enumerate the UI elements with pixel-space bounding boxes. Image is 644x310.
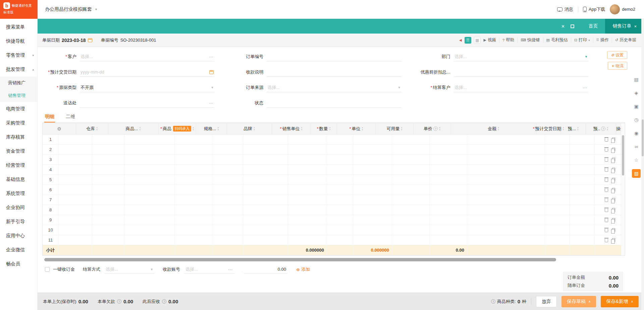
delivery-date-cell[interactable] <box>467 195 545 205</box>
close-tab-icon[interactable]: × <box>634 24 637 29</box>
sales-unit-cell[interactable] <box>243 215 288 225</box>
add-payment-button[interactable]: 添加 <box>296 266 310 272</box>
amount-cell[interactable] <box>430 155 467 164</box>
sidebar-item-purchase[interactable]: 采购管理 <box>0 116 37 130</box>
sort-icon[interactable] <box>192 126 194 131</box>
sales-unit-cell[interactable] <box>243 205 288 215</box>
grid-column-header[interactable]: ⚙ * 品牌 ? <box>227 123 272 134</box>
product-cell[interactable] <box>124 175 175 185</box>
extra-cell[interactable] <box>570 145 595 154</box>
scrollbar-thumb[interactable] <box>622 135 624 175</box>
sidebar-item-sales[interactable]: 销售管理 <box>0 89 37 102</box>
extra-cell[interactable] <box>570 165 595 174</box>
delivery-date-cell[interactable] <box>467 225 545 235</box>
extra-cell[interactable] <box>545 135 570 144</box>
sort-icon[interactable] <box>96 126 98 131</box>
extra-cell[interactable] <box>545 185 570 195</box>
sidebar-item-wholesale[interactable]: 批发管理 ▴ <box>0 62 37 76</box>
copy-row-icon[interactable] <box>612 238 615 242</box>
quantity-cell[interactable] <box>288 185 327 195</box>
delete-row-icon[interactable] <box>605 178 608 182</box>
doc-date-value[interactable]: 2023-03-18 <box>62 38 86 43</box>
payment-note-input[interactable] <box>267 67 401 77</box>
save-draft-button[interactable]: 保存草稿∧ <box>561 296 596 307</box>
extra-cell[interactable] <box>570 215 595 225</box>
receipt-account-select[interactable]: 选择... ⋯ <box>184 265 234 274</box>
delete-row-icon[interactable] <box>605 168 608 172</box>
delete-row-icon[interactable] <box>605 148 608 152</box>
unit-cell[interactable] <box>327 205 353 215</box>
amount-cell[interactable] <box>430 145 467 154</box>
quantity-cell[interactable] <box>288 175 327 185</box>
delete-row-icon[interactable] <box>605 229 608 232</box>
brand-cell[interactable] <box>212 165 243 174</box>
status-input[interactable] <box>267 98 401 108</box>
unit-cell[interactable] <box>327 225 353 235</box>
user-tool-icon[interactable]: ◉ <box>632 129 641 138</box>
calendar-icon[interactable] <box>209 70 214 74</box>
available-cell[interactable] <box>353 185 392 195</box>
warehouse-cell[interactable] <box>59 145 92 154</box>
warehouse-cell[interactable] <box>59 175 92 185</box>
grid-column-header[interactable]: ⚙ * 数量 ? <box>311 123 337 134</box>
warehouse-cell[interactable] <box>59 215 92 225</box>
sidebar-item-retail[interactable]: 零售管理 ▾ <box>0 48 37 62</box>
delivery-date-cell[interactable] <box>467 145 545 154</box>
collapse-arrow-icon[interactable]: ◀ <box>459 38 462 42</box>
close-all-tabs-icon[interactable]: × <box>561 23 565 29</box>
product-cell[interactable] <box>124 135 175 144</box>
unit-cell[interactable] <box>327 165 353 174</box>
account-book-select[interactable]: 办公用品行业模拟账套 ▾ <box>45 6 97 12</box>
product-cell[interactable] <box>124 195 175 205</box>
sales-unit-cell[interactable] <box>243 225 288 235</box>
quantity-cell[interactable] <box>288 215 327 225</box>
save-and-new-button[interactable]: 保存&新增∧ <box>601 296 639 307</box>
copy-row-icon[interactable] <box>612 228 615 232</box>
print-button[interactable]: ⊡ 打印 ▾ <box>571 37 593 43</box>
product-code-cell[interactable] <box>92 175 124 185</box>
sales-unit-cell[interactable] <box>243 155 288 164</box>
grid-horizontal-scrollbar[interactable] <box>43 258 625 262</box>
product-cell[interactable] <box>124 225 175 235</box>
delete-row-icon[interactable] <box>605 189 608 192</box>
profit-estimate-button[interactable]: ▤ 毛利预估 <box>543 37 571 43</box>
order-source-select[interactable]: 选择... ▼ <box>267 83 401 92</box>
scrollbar-thumb[interactable] <box>44 258 556 261</box>
spec-cell[interactable] <box>175 235 212 245</box>
extra-cell[interactable] <box>545 215 570 225</box>
available-cell[interactable] <box>353 145 392 154</box>
calendar-icon[interactable] <box>88 38 92 42</box>
delivery-place-input[interactable]: ⋯ <box>80 98 214 108</box>
delete-row-icon[interactable] <box>605 199 608 202</box>
gear-icon[interactable]: ⚙ <box>57 126 61 132</box>
sort-icon[interactable] <box>217 126 219 131</box>
price-cell[interactable] <box>392 155 430 164</box>
brand-cell[interactable] <box>212 175 243 185</box>
product-cell[interactable] <box>124 185 175 195</box>
scan-entry-badge[interactable]: 扫码录入 <box>173 126 191 132</box>
grid-column-header[interactable]: ⚙ * 仓库 ? <box>76 123 108 134</box>
operations-button[interactable]: ⠿ 操作 <box>593 37 612 43</box>
quantity-cell[interactable] <box>288 155 327 164</box>
copy-row-icon[interactable] <box>612 148 615 151</box>
copy-row-icon[interactable] <box>612 138 615 141</box>
brand-cell[interactable] <box>212 155 243 164</box>
warehouse-cell[interactable] <box>59 185 92 195</box>
price-cell[interactable] <box>392 215 430 225</box>
sort-icon[interactable] <box>362 126 364 131</box>
available-cell[interactable] <box>353 205 392 215</box>
warehouse-cell[interactable] <box>59 155 92 164</box>
extra-cell[interactable] <box>570 155 595 164</box>
amount-cell[interactable] <box>430 135 467 144</box>
sales-unit-cell[interactable] <box>243 185 288 195</box>
grid-column-header[interactable]: ⚙ * 预.. ? <box>586 123 616 134</box>
product-code-cell[interactable] <box>92 165 124 174</box>
sidebar-item-funds[interactable]: 资金管理 <box>0 144 37 158</box>
page-vertical-scrollbar[interactable] <box>641 19 644 310</box>
available-cell[interactable] <box>353 135 392 144</box>
tab-sales-order[interactable]: 销售订单 × <box>605 19 644 34</box>
invoice-type-select[interactable]: 不开票 ▼ <box>80 83 214 92</box>
quick-deposit-checkbox[interactable] <box>45 267 50 272</box>
brand-cell[interactable] <box>212 135 243 144</box>
help-button[interactable]: ? 帮助 <box>499 37 517 43</box>
